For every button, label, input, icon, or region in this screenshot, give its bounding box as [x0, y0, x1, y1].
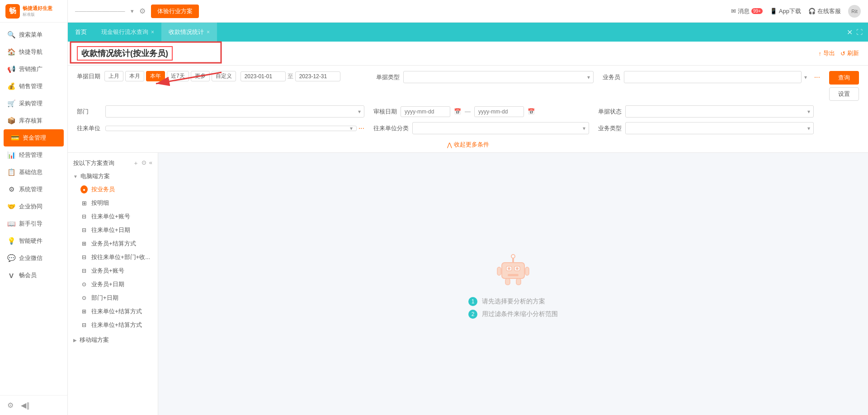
- sidebar-item-quick-nav[interactable]: 🏠 快捷导航: [0, 43, 67, 61]
- scheme-collapse-icon[interactable]: «: [149, 159, 152, 167]
- tab-expand-icon[interactable]: ⛶: [856, 28, 863, 36]
- scheme-item-salesman-date[interactable]: ⊙ 业务员+日期: [68, 278, 158, 291]
- collapse-sidebar-icon[interactable]: ◀‖: [21, 401, 30, 410]
- scheme-add-icon[interactable]: ＋: [133, 159, 139, 167]
- refresh-button[interactable]: ↺ 刷新: [840, 49, 859, 57]
- doc-type-select[interactable]: [403, 71, 594, 83]
- scheme-item-salesman-settle[interactable]: ⊞ 业务员+结算方式: [68, 237, 158, 250]
- scheme-item-by-detail[interactable]: ⊞ 按明细: [68, 196, 158, 210]
- tab-window-close-icon[interactable]: ✕: [847, 28, 853, 37]
- query-button[interactable]: 查询: [829, 71, 859, 85]
- sidebar-item-funds[interactable]: 💳 资金管理: [4, 129, 64, 146]
- page-title: 收款情况统计(按业务员): [77, 46, 173, 61]
- sidebar-item-inventory[interactable]: 📦 库存核算: [0, 112, 67, 129]
- tab-bank-flow[interactable]: 现金银行流水查询 ×: [94, 23, 161, 42]
- biz-type-select[interactable]: [625, 122, 814, 134]
- edition-badge: 标准版: [23, 12, 52, 18]
- user-avatar[interactable]: Rit: [848, 5, 861, 18]
- scheme-item-label: 部门+日期: [91, 294, 118, 302]
- scheme-item-by-salesman[interactable]: ● 按业务员: [68, 183, 158, 196]
- tab-receipts-stat-close-icon[interactable]: ×: [207, 29, 210, 35]
- collapse-icon: ⋀: [447, 141, 452, 148]
- date-btn-custom[interactable]: 自定义: [212, 71, 236, 81]
- sidebar-item-marketing[interactable]: 📢 营销推广: [0, 61, 67, 78]
- page-header-actions: ↑ 导出 ↺ 刷新: [819, 49, 859, 57]
- audit-cal-icon[interactable]: 📅: [454, 108, 461, 115]
- online-service-button[interactable]: 🎧 在线客服: [808, 7, 841, 15]
- salesman-select[interactable]: [624, 71, 802, 83]
- settings-bottom-icon[interactable]: ⚙: [7, 401, 14, 410]
- sidebar-item-system[interactable]: ⚙ 系统管理: [0, 181, 67, 198]
- date-btn-this-month[interactable]: 本月: [125, 71, 144, 81]
- settings-gear-icon[interactable]: ⚙: [139, 7, 146, 15]
- partner-category-select[interactable]: [412, 122, 589, 134]
- corp-wechat-icon: 💬: [7, 254, 15, 262]
- partner-settle2-icon: ⊟: [80, 321, 88, 329]
- scheme-item-partner-date[interactable]: ⊟ 往来单位+日期: [68, 223, 158, 237]
- dept-select[interactable]: [105, 105, 364, 118]
- breadcrumb: ─────────────: [75, 8, 125, 14]
- scheme-item-partner-settle1[interactable]: ⊞ 往来单位+结算方式: [68, 305, 158, 318]
- export-button[interactable]: ↑ 导出: [819, 49, 835, 57]
- funds-icon: 💳: [11, 134, 19, 142]
- partner-more-icon[interactable]: ···: [359, 124, 364, 132]
- salesman-more-icon[interactable]: ···: [814, 73, 820, 81]
- svg-point-3: [508, 267, 510, 270]
- main-content: ───────────── ▾ ⚙ 体验行业方案 ✉ 消息 99+ 📱 App下…: [68, 0, 868, 415]
- sidebar-item-member[interactable]: V 畅会员: [0, 267, 67, 284]
- salesman-date-icon: ⊙: [80, 281, 88, 288]
- trial-button[interactable]: 体验行业方案: [151, 5, 199, 18]
- app-download-button[interactable]: 📱 App下载: [770, 7, 801, 15]
- mobile-group-label: 移动端方案: [80, 336, 109, 344]
- sidebar-item-smart-hw[interactable]: 💡 智能硬件: [0, 232, 67, 250]
- scheme-panel: 按以下方案查询 ＋ ⊙ « ▼ 电脑端方案 ●: [68, 153, 158, 415]
- sidebar-item-purchase[interactable]: 🛒 采购管理: [0, 95, 67, 112]
- scheme-item-partner-settle2[interactable]: ⊟ 往来单位+结算方式: [68, 318, 158, 332]
- scheme-item-partner-dept[interactable]: ⊟ 按往来单位+部门+收...: [68, 250, 158, 264]
- sidebar-item-basic-info[interactable]: 📋 基础信息: [0, 164, 67, 181]
- tab-receipts-stat[interactable]: 收款情况统计 ×: [161, 23, 217, 42]
- sidebar-item-corp-wechat[interactable]: 💬 企业微信: [0, 250, 67, 267]
- scheme-active-dot: ●: [80, 186, 88, 193]
- sidebar-item-sales[interactable]: 💰 销售管理: [0, 78, 67, 95]
- messages-button[interactable]: ✉ 消息 99+: [731, 7, 763, 15]
- doc-status-select[interactable]: [625, 105, 814, 118]
- sidebar-item-label: 企业协同: [19, 203, 42, 211]
- date-btn-more[interactable]: 更多: [191, 71, 210, 81]
- empty-step-1: 1 请先选择要分析的方案: [468, 297, 558, 306]
- sidebar-item-operations[interactable]: 📊 经营管理: [0, 146, 67, 164]
- breadcrumb-dropdown-icon[interactable]: ▾: [131, 8, 134, 14]
- scheme-item-partner-account[interactable]: ⊟ 往来单位+账号: [68, 210, 158, 223]
- audit-cal2-icon[interactable]: 📅: [528, 108, 535, 115]
- audit-to-input[interactable]: [474, 106, 524, 117]
- date-to-input[interactable]: 2023-12-31: [295, 71, 340, 81]
- audit-from-input[interactable]: [401, 106, 450, 117]
- svg-point-7: [511, 255, 515, 258]
- scheme-group-desktop-header[interactable]: ▼ 电脑端方案: [68, 170, 158, 183]
- date-from-input[interactable]: 2023-01-01: [241, 71, 286, 81]
- sidebar-item-beginner[interactable]: 📖 新手引导: [0, 215, 67, 232]
- setting-button[interactable]: 设置: [829, 87, 859, 101]
- date-divider: 至: [288, 72, 293, 80]
- tab-home[interactable]: 首页: [68, 23, 94, 42]
- sidebar-item-corp-collab[interactable]: 🤝 企业协同: [0, 198, 67, 215]
- date-btn-this-year[interactable]: 本年: [146, 71, 165, 81]
- app-name: 畅捷通好生意: [23, 5, 52, 12]
- scheme-item-label: 业务员+日期: [91, 280, 124, 288]
- date-btn-last-month[interactable]: 上月: [104, 71, 123, 81]
- data-area: 1 请先选择要分析的方案 2 用过滤条件来缩小分析范围: [158, 153, 868, 415]
- page-header: 收款情况统计(按业务员) ↑ 导出 ↺ 刷新: [68, 42, 868, 66]
- content-area: 按以下方案查询 ＋ ⊙ « ▼ 电脑端方案 ●: [68, 153, 868, 415]
- collapse-filter-button[interactable]: ⋀ 收起更多条件: [68, 136, 868, 152]
- sidebar-item-search-menu[interactable]: 🔍 搜索菜单: [0, 26, 67, 43]
- top-header: ───────────── ▾ ⚙ 体验行业方案 ✉ 消息 99+ 📱 App下…: [68, 0, 868, 23]
- scheme-group-mobile-header[interactable]: ▶ 移动端方案: [68, 334, 158, 346]
- scheme-item-dept-date[interactable]: ⊙ 部门+日期: [68, 291, 158, 305]
- tab-bank-flow-close-icon[interactable]: ×: [151, 29, 154, 35]
- scheme-item-salesman-account[interactable]: ⊟ 业务员+账号: [68, 264, 158, 278]
- sidebar-logo: 畅 畅捷通好生意 标准版: [0, 0, 67, 23]
- scheme-settings-icon[interactable]: ⊙: [142, 159, 146, 167]
- empty-robot-icon: [493, 249, 533, 290]
- sidebar-item-label: 企业微信: [19, 254, 42, 262]
- date-btn-7days[interactable]: 近7天: [167, 71, 189, 81]
